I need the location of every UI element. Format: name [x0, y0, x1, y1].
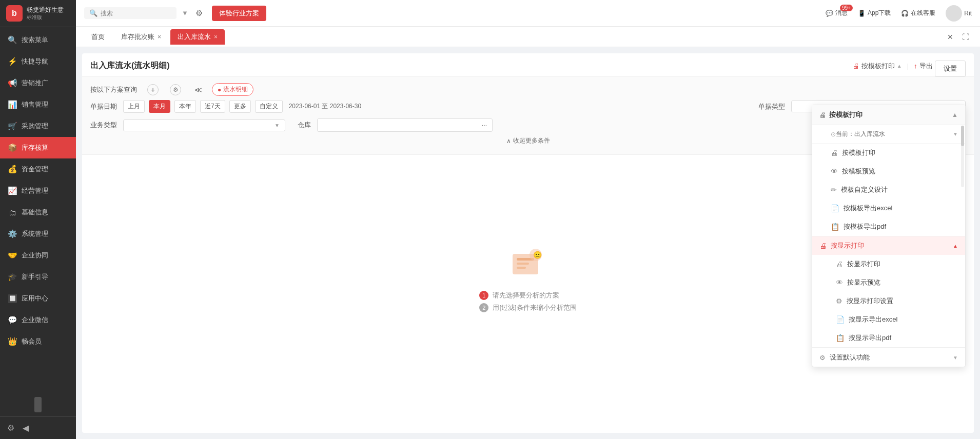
display-print-section-header[interactable]: 🖨 按显示打印 ▲	[812, 236, 965, 255]
date-btn-custom[interactable]: 自定义	[255, 100, 283, 113]
sidebar-item-purchase[interactable]: 🛒 采购管理	[0, 115, 76, 137]
search-input[interactable]	[101, 10, 162, 17]
sidebar-item-label: 应用中心	[22, 294, 48, 303]
display-print-label: 按显示打印	[847, 260, 880, 269]
user-avatar	[946, 5, 962, 22]
tab-inout-close-icon[interactable]: ×	[214, 33, 218, 41]
operations-icon: 📈	[7, 186, 17, 196]
display-print-section: 🖨 按显示打印 👁 按显示预览 ⚙ 按显示打印设置 📄	[812, 255, 965, 348]
sidebar-item-guide[interactable]: 🎓 新手引导	[0, 266, 76, 288]
warehouse-input[interactable]: ···	[317, 118, 493, 132]
sidebar-item-system[interactable]: ⚙️ 系统管理	[0, 223, 76, 245]
current-arrow-icon[interactable]: ▼	[953, 131, 958, 137]
set-button[interactable]: 设置	[935, 61, 966, 77]
sidebar-scroll-down[interactable]	[34, 397, 42, 412]
dropdown-display-settings[interactable]: ⚙ 按显示打印设置	[812, 292, 965, 310]
sidebar-item-wechat[interactable]: 💬 企业微信	[0, 309, 76, 331]
warehouse-filter: 仓库 ···	[298, 118, 493, 132]
message-action[interactable]: 💬 消息 99+	[826, 9, 848, 17]
filter-settings-button[interactable]: ⚙	[170, 84, 181, 95]
dropdown-template-preview[interactable]: 👁 按模板预览	[812, 162, 965, 181]
app-download-action[interactable]: 📱 App下载	[858, 9, 891, 17]
date-btn-this-month[interactable]: 本月	[149, 100, 170, 113]
tab-batch[interactable]: 库存批次账 ×	[114, 29, 168, 45]
sidebar-item-operations[interactable]: 📈 经营管理	[0, 180, 76, 202]
tab-inout-label: 出入库流水	[178, 32, 211, 42]
sidebar-item-shortcut[interactable]: ⚡ 快捷导航	[0, 51, 76, 72]
export-button[interactable]: ↑ 导出	[914, 62, 933, 71]
page-header: 出入库流水(流水明细) 🖨 按模板打印 ▲ | ↑ 导出 |	[82, 53, 974, 77]
sidebar-item-inventory[interactable]: 📦 库存核算	[0, 137, 76, 158]
date-btn-last-month[interactable]: 上月	[123, 100, 145, 113]
filter-label: 按以下方案查询	[90, 85, 137, 94]
display-section-arrow-icon[interactable]: ▲	[953, 243, 958, 249]
dropdown-template-export-excel[interactable]: 📄 按模板导出excel	[812, 199, 965, 217]
date-btn-more[interactable]: 更多	[229, 100, 251, 113]
customer-service-label: 在线客服	[911, 9, 935, 17]
print-template-arrow-icon[interactable]: ▲	[897, 63, 902, 69]
collapse-sidebar-icon[interactable]: ◀	[23, 423, 29, 433]
sidebar-item-sales[interactable]: 📊 销售管理	[0, 94, 76, 115]
sidebar-item-appcenter[interactable]: 🔲 应用中心	[0, 288, 76, 309]
search-arrow-icon[interactable]: ▼	[182, 9, 188, 17]
dropdown-scrollbar-thumb	[961, 126, 964, 146]
dropdown-display-excel[interactable]: 📄 按显示导出excel	[812, 310, 965, 329]
filter-add-button[interactable]: +	[147, 84, 159, 95]
sidebar-item-finance[interactable]: 💰 资金管理	[0, 158, 76, 180]
filter-collapse-button[interactable]: ≪	[192, 84, 204, 95]
message-icon: 💬	[826, 10, 833, 17]
top-bar: 🔍 ▼ ⚙ 体验行业方案 💬 消息 99+ 📱 App下载 🎧 在	[76, 0, 980, 27]
dropdown-display-print[interactable]: 🖨 按显示打印	[812, 255, 965, 273]
excel-icon: 📄	[831, 204, 839, 212]
sidebar-item-label: 畅会员	[22, 337, 42, 346]
date-range-display: 2023-06-01 至 2023-06-30	[289, 102, 361, 111]
display-settings-icon: ⚙	[836, 297, 842, 305]
collapse-filter-button[interactable]: ∧ 收起更多条件	[506, 136, 550, 145]
display-preview-label: 按显示预览	[847, 278, 880, 287]
customer-service-action[interactable]: 🎧 在线客服	[901, 9, 935, 17]
dropdown-scrollbar[interactable]	[961, 126, 964, 187]
maximize-button[interactable]: ⛶	[959, 31, 972, 43]
sidebar-item-search[interactable]: 🔍 搜索菜单	[0, 29, 76, 51]
sidebar-item-basic[interactable]: 🗂 基础信息	[0, 202, 76, 223]
dropdown-collapse-icon[interactable]: ▲	[952, 111, 958, 118]
sidebar-item-member[interactable]: 👑 畅会员	[0, 331, 76, 352]
settings-footer-icon: ⚙	[819, 354, 826, 362]
tab-batch-close-icon[interactable]: ×	[158, 33, 161, 41]
step-2-text: 用[过滤]条件来缩小分析范围	[493, 303, 576, 312]
tab-home[interactable]: 首页	[84, 29, 112, 45]
sidebar-item-marketing[interactable]: 📢 营销推广	[0, 72, 76, 94]
display-preview-icon: 👁	[836, 278, 843, 287]
main-area: 🔍 ▼ ⚙ 体验行业方案 💬 消息 99+ 📱 App下载 🎧 在	[76, 0, 980, 439]
user-profile[interactable]: Rit	[946, 5, 972, 22]
search-box[interactable]: 🔍	[84, 7, 177, 19]
dropdown-template-print[interactable]: 🖨 按模板打印	[812, 144, 965, 162]
tabs-bar: 首页 库存批次账 × 出入库流水 × ✕ ⛶	[76, 27, 980, 47]
marketing-icon: 📢	[7, 78, 17, 88]
dropdown-display-preview[interactable]: 👁 按显示预览	[812, 273, 965, 292]
date-btn-this-year[interactable]: 本年	[174, 100, 196, 113]
date-btn-7days[interactable]: 近7天	[200, 100, 225, 113]
settings-icon[interactable]: ⚙	[7, 423, 14, 433]
dropdown-display-pdf[interactable]: 📋 按显示导出pdf	[812, 329, 965, 347]
dropdown-template-custom[interactable]: ✏ 模板自定义设计	[812, 181, 965, 199]
sidebar-item-collab[interactable]: 🤝 企业协同	[0, 245, 76, 266]
biz-type-arrow-icon: ▼	[275, 123, 280, 128]
close-all-tabs-button[interactable]: ✕	[944, 31, 956, 43]
warehouse-label: 仓库	[298, 121, 311, 130]
dropdown-footer[interactable]: ⚙ 设置默认功能 ▼	[812, 348, 965, 367]
tab-inout[interactable]: 出入库流水 ×	[170, 29, 225, 45]
warehouse-more-icon[interactable]: ···	[482, 122, 487, 129]
dropdown-template-export-pdf[interactable]: 📋 按模板导出pdf	[812, 217, 965, 236]
biz-type-select[interactable]: ▼	[123, 119, 285, 131]
appcenter-icon: 🔲	[7, 293, 17, 304]
filter-tag-liushui[interactable]: ● 流水明细	[212, 83, 253, 96]
print-template-button[interactable]: 🖨 按模板打印 ▲	[853, 62, 902, 71]
topbar-gear-icon[interactable]: ⚙	[195, 8, 203, 18]
search-icon: 🔍	[7, 35, 17, 45]
template-preview-label: 按模板预览	[842, 167, 875, 176]
system-icon: ⚙️	[7, 229, 17, 239]
template-print-section: 🖨 按模板打印 👁 按模板预览 ✏ 模板自定义设计 📄	[812, 144, 965, 236]
purchase-icon: 🛒	[7, 121, 17, 131]
trial-button[interactable]: 体验行业方案	[212, 6, 266, 21]
